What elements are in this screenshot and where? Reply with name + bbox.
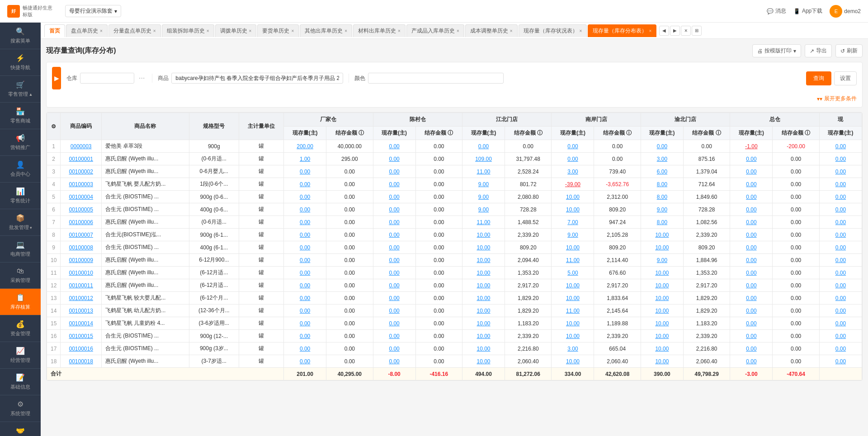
total-qty[interactable]: 0.00: [730, 305, 773, 317]
cj-qty[interactable]: 0.00: [284, 178, 326, 191]
curr-qty[interactable]: 0.00: [819, 317, 862, 330]
settings-table-btn[interactable]: 设置: [834, 71, 857, 85]
total-qty[interactable]: 0.00: [730, 165, 773, 178]
cj-qty[interactable]: 1.00: [284, 153, 326, 165]
tab-inventory-status[interactable]: 现存量（库存状况表） ×: [519, 24, 587, 37]
curr-qty[interactable]: 0.00: [819, 267, 862, 279]
na-qty[interactable]: 10.00: [552, 241, 594, 254]
total-qty[interactable]: -1.00: [730, 140, 773, 153]
cc-qty[interactable]: 0.00: [373, 330, 415, 342]
total-qty[interactable]: 0.00: [730, 342, 773, 355]
jb-qty[interactable]: 11.00: [462, 216, 505, 229]
product-code[interactable]: 00100008: [61, 241, 102, 254]
product-code[interactable]: 00100011: [61, 279, 102, 292]
curr-qty[interactable]: 0.00: [819, 292, 862, 305]
na-qty[interactable]: 10.00: [552, 191, 594, 203]
tab-close[interactable]: ×: [580, 28, 582, 33]
product-code[interactable]: 00100016: [61, 342, 102, 355]
user-profile[interactable]: E demo2: [830, 5, 861, 18]
jb-qty[interactable]: 109.00: [462, 153, 505, 165]
yb-qty[interactable]: 10.00: [641, 292, 683, 305]
yb-qty[interactable]: 6.00: [641, 165, 683, 178]
curr-qty[interactable]: 0.00: [819, 153, 862, 165]
jb-qty[interactable]: 10.00: [462, 292, 505, 305]
product-code[interactable]: 00100006: [61, 216, 102, 229]
jb-qty[interactable]: 10.00: [462, 355, 505, 368]
cc-qty[interactable]: 0.00: [373, 279, 415, 292]
total-qty[interactable]: 0.00: [730, 292, 773, 305]
product-code[interactable]: 00100014: [61, 317, 102, 330]
nav-expand-btn[interactable]: ⊞: [692, 26, 702, 36]
refresh-btn[interactable]: ↺ 刷新: [835, 44, 863, 57]
product-code[interactable]: 00100004: [61, 191, 102, 203]
jb-qty[interactable]: 9.00: [462, 178, 505, 191]
total-qty[interactable]: 0.00: [730, 216, 773, 229]
warehouse-select-btn[interactable]: ···: [137, 74, 146, 82]
cc-qty[interactable]: 0.00: [373, 153, 415, 165]
nav-close-all-btn[interactable]: ×: [681, 26, 691, 36]
tab-stocktake-history[interactable]: 盘点单历史 ×: [66, 24, 108, 37]
yb-qty[interactable]: 3.00: [641, 153, 683, 165]
tab-close[interactable]: ×: [649, 28, 651, 33]
total-qty[interactable]: 0.00: [730, 330, 773, 342]
yb-qty[interactable]: 10.00: [641, 279, 683, 292]
na-qty[interactable]: 5.00: [552, 267, 594, 279]
cc-qty[interactable]: 0.00: [373, 267, 415, 279]
tab-partition-history[interactable]: 分量盘点单历史 ×: [108, 24, 161, 37]
na-qty[interactable]: 10.00: [552, 317, 594, 330]
product-code[interactable]: 00100007: [61, 229, 102, 241]
tab-material-out-history[interactable]: 材料出库单历史 ×: [353, 24, 406, 37]
curr-qty[interactable]: 0.00: [819, 178, 862, 191]
jb-qty[interactable]: 10.00: [462, 241, 505, 254]
cc-qty[interactable]: 0.00: [373, 229, 415, 241]
message-btn[interactable]: 💬 消息: [767, 7, 786, 15]
total-qty[interactable]: 0.00: [730, 191, 773, 203]
export-btn[interactable]: ↗ 导出: [805, 44, 832, 57]
jb-qty[interactable]: 10.00: [462, 342, 505, 355]
yb-qty[interactable]: 0.00: [641, 140, 683, 153]
curr-qty[interactable]: 0.00: [819, 191, 862, 203]
jb-qty[interactable]: 10.00: [462, 330, 505, 342]
curr-qty[interactable]: 0.00: [819, 140, 862, 153]
total-qty[interactable]: 0.00: [730, 267, 773, 279]
jb-qty[interactable]: 10.00: [462, 229, 505, 241]
tab-assembly-history[interactable]: 组装拆卸单历史 ×: [162, 24, 214, 37]
total-qty[interactable]: 0.00: [730, 355, 773, 368]
na-qty[interactable]: 3.00: [552, 165, 594, 178]
product-code[interactable]: 00100018: [61, 355, 102, 368]
sidebar-item-inventory[interactable]: 📋 库存核算: [0, 289, 41, 315]
tab-home[interactable]: 首页: [44, 24, 65, 37]
yb-qty[interactable]: 10.00: [641, 342, 683, 355]
sidebar-item-operations[interactable]: 📈 经营管理: [0, 342, 41, 369]
total-qty[interactable]: 0.00: [730, 229, 773, 241]
jb-qty[interactable]: 10.00: [462, 317, 505, 330]
curr-qty[interactable]: 0.00: [819, 279, 862, 292]
na-qty[interactable]: 10.00: [552, 203, 594, 216]
total-qty[interactable]: 0.00: [730, 178, 773, 191]
cj-qty[interactable]: 0.00: [284, 241, 326, 254]
total-qty[interactable]: 0.00: [730, 317, 773, 330]
cj-qty[interactable]: 0.00: [284, 191, 326, 203]
curr-qty[interactable]: 0.00: [819, 330, 862, 342]
total-qty[interactable]: 0.00: [730, 203, 773, 216]
sidebar-item-retail-stat[interactable]: 📊 零售统计: [0, 183, 41, 209]
sidebar-item-marketing[interactable]: 📢 营销推广: [0, 129, 41, 156]
sidebar-item-wholesale[interactable]: 📦 批发管理 ▾: [0, 209, 41, 236]
na-qty[interactable]: 10.00: [552, 279, 594, 292]
sidebar-item-ecom[interactable]: 💻 电商管理: [0, 236, 41, 263]
jb-qty[interactable]: 10.00: [462, 254, 505, 267]
cc-qty[interactable]: 0.00: [373, 165, 415, 178]
query-btn[interactable]: 查询: [806, 71, 831, 85]
warehouse-input[interactable]: [80, 73, 134, 84]
yb-qty[interactable]: 8.00: [641, 216, 683, 229]
expand-conditions-btn[interactable]: ▾▾ 展开更多条件: [817, 95, 857, 103]
sidebar-item-purchase[interactable]: 🛍 采购管理: [0, 263, 41, 289]
cj-qty[interactable]: 0.00: [284, 342, 326, 355]
tab-close[interactable]: ×: [398, 28, 401, 33]
tab-order-history[interactable]: 要货单历史 ×: [257, 24, 299, 37]
goods-input[interactable]: [171, 73, 343, 84]
tab-close[interactable]: ×: [344, 28, 347, 33]
na-qty[interactable]: 11.00: [552, 254, 594, 267]
cj-qty[interactable]: 0.00: [284, 254, 326, 267]
nav-next-btn[interactable]: ▶: [670, 26, 680, 36]
